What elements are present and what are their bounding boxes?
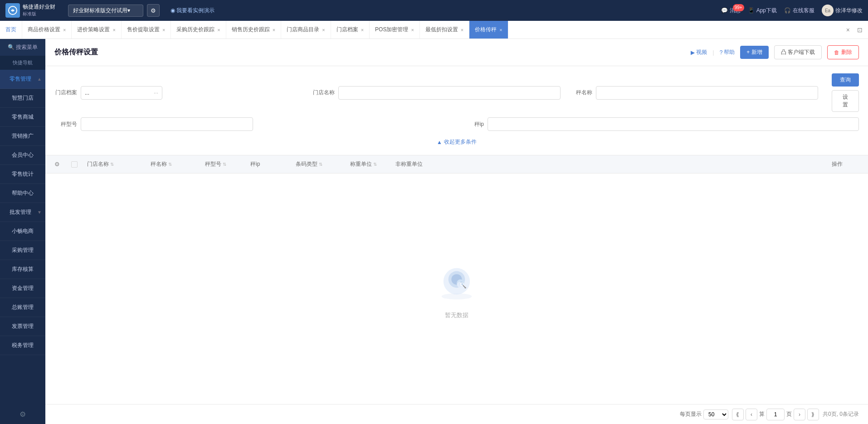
version-select[interactable]: 好业财标准版交付试用 ▾ (68, 5, 143, 17)
scale-model-input[interactable] (81, 117, 253, 131)
close-icon[interactable]: × (273, 27, 275, 33)
nav-tabs-bar: 首页 商品价格设置 × 进价策略设置 × 售价提取设置 × 采购历史价跟踪 × … (0, 21, 868, 39)
sidebar-item-help-center[interactable]: 帮助中心 (0, 184, 45, 203)
video-link[interactable]: ▶ 视频 (691, 48, 707, 56)
tab-product-price[interactable]: 商品价格设置 × (22, 21, 72, 39)
home-label: 首页 (5, 26, 16, 34)
page-number-input[interactable] (766, 409, 785, 420)
demo-link[interactable]: ◉ 我要看实例演示 (171, 7, 215, 14)
close-tab-button[interactable]: × (844, 24, 852, 35)
sidebar-item-inventory[interactable]: 库存核算 (0, 260, 45, 279)
select-all-checkbox[interactable] (71, 161, 78, 168)
chevron-up-icon: ▲ (437, 139, 442, 145)
filter-scale-model: 秤型号 (54, 117, 452, 131)
sidebar-gear-icon[interactable]: ⚙ (20, 410, 26, 419)
next-page-button[interactable]: › (794, 409, 805, 420)
page-header: 价格传秤设置 ▶ 视频 | ? 帮助 + 新增 凸 客户端下载 🗑 (45, 39, 868, 66)
th-barcode-type[interactable]: 条码类型 ⇅ (292, 160, 346, 168)
scale-ip-label: 秤ip (461, 120, 484, 128)
close-icon[interactable]: × (162, 27, 165, 33)
app-download-button[interactable]: 📱 App下载 (748, 7, 777, 14)
th-scale-model[interactable]: 秤型号 ⇅ (201, 160, 247, 168)
set-button[interactable]: 设置 (832, 90, 859, 112)
close-icon[interactable]: × (411, 27, 414, 33)
empty-illustration (434, 259, 479, 304)
sidebar-search[interactable]: 🔍 搜索菜单 (0, 39, 45, 56)
first-page-button[interactable]: ⟪ (732, 409, 744, 420)
tab-store-archive[interactable]: 门店档案 × (331, 21, 370, 39)
sidebar-item-tax[interactable]: 税务管理 (0, 336, 45, 355)
tab-min-discount[interactable]: 最低折扣设置 × (420, 21, 469, 39)
tab-sale-price[interactable]: 售价提取设置 × (122, 21, 171, 39)
sidebar-item-ecommerce[interactable]: 小畅电商 (0, 222, 45, 241)
tab-pos-encryption[interactable]: POS加密管理 × (370, 21, 420, 39)
scale-name-label: 秤名称 (570, 89, 592, 96)
client-download-button[interactable]: 凸 客户端下载 (774, 45, 822, 59)
close-icon[interactable]: × (361, 27, 364, 33)
close-icon[interactable]: × (63, 27, 66, 33)
tab-purchase-history[interactable]: 采购历史价跟踪 × (171, 21, 226, 39)
sidebar-item-smart-store[interactable]: 智慧门店 (0, 89, 45, 108)
sidebar-quick-nav[interactable]: 快捷导航 (0, 56, 45, 70)
sidebar-item-general-ledger[interactable]: 总账管理 (0, 298, 45, 317)
logo-icon (5, 3, 20, 18)
close-icon[interactable]: × (217, 27, 220, 33)
tab-purchase-strategy[interactable]: 进价策略设置 × (72, 21, 121, 39)
delete-button[interactable]: 🗑 删除 (827, 45, 859, 59)
sidebar-item-retail-mall[interactable]: 零售商城 (0, 108, 45, 127)
th-store-name[interactable]: 门店名称 ⇅ (83, 160, 147, 168)
tab-price-scale[interactable]: 价格传秤 × (469, 21, 508, 39)
logo-area: 畅捷通好业财 标准版 (5, 3, 55, 18)
settings-gear-button[interactable]: ⚙ (147, 4, 160, 17)
sidebar-item-invoice[interactable]: 发票管理 (0, 317, 45, 336)
help-link[interactable]: ? 帮助 (720, 48, 735, 56)
sidebar-item-purchase-mgmt[interactable]: 采购管理 (0, 241, 45, 260)
query-button[interactable]: 查询 (832, 73, 859, 87)
message-badge: 99+ (733, 4, 744, 11)
scale-model-label: 秤型号 (54, 120, 77, 128)
filter-row-1: 门店档案 ... ··· 门店名称 秤名称 查询 (54, 73, 859, 112)
tab-home[interactable]: 首页 (0, 21, 22, 39)
maximize-tab-button[interactable]: ⊡ (855, 24, 864, 35)
store-name-input[interactable] (338, 86, 561, 100)
sidebar-item-marketing[interactable]: 营销推广 (0, 127, 45, 146)
sidebar-item-retail-management[interactable]: 零售管理 ▲ (0, 70, 45, 89)
close-icon[interactable]: × (461, 27, 463, 33)
last-page-button[interactable]: ⟫ (807, 409, 819, 420)
store-name-label: 门店名称 (312, 89, 335, 96)
message-button[interactable]: 💬 消息 99+ (721, 7, 741, 14)
th-weight-unit[interactable]: 称重单位 ⇅ (346, 160, 392, 168)
top-bar-left: 畅捷通好业财 标准版 好业财标准版交付试用 ▾ ⚙ ◉ 我要看实例演示 (5, 3, 215, 18)
sidebar-item-finance[interactable]: 资金管理 (0, 279, 45, 298)
header-checkbox[interactable] (65, 161, 83, 168)
column-settings-icon[interactable]: ⚙ (49, 161, 65, 168)
th-scale-name[interactable]: 秤名称 ⇅ (147, 160, 201, 168)
th-action: 操作 (828, 160, 864, 168)
play-icon: ▶ (691, 49, 695, 56)
tab-store-catalog[interactable]: 门店商品目录 × (281, 21, 331, 39)
svg-point-8 (465, 287, 466, 288)
tab-sales-history[interactable]: 销售历史价跟踪 × (226, 21, 281, 39)
collapse-toggle[interactable]: ▲ 收起更多条件 (54, 136, 859, 148)
add-button[interactable]: + 新增 (740, 46, 768, 59)
sidebar-item-retail-stats[interactable]: 零售统计 (0, 165, 45, 184)
close-icon[interactable]: × (112, 27, 115, 33)
store-archive-input[interactable]: ... ··· (81, 86, 162, 100)
logo-text-area: 畅捷通好业财 标准版 (23, 4, 55, 17)
page-size-dropdown[interactable]: 50 10 20 100 (703, 410, 728, 419)
page-navigation: ⟪ ‹ 算 页 › ⟫ (732, 409, 819, 420)
close-icon[interactable]: × (322, 27, 325, 33)
scale-name-input[interactable] (596, 86, 818, 100)
prev-page-button[interactable]: ‹ (746, 409, 757, 420)
close-icon[interactable]: × (499, 27, 502, 33)
content-area: 价格传秤设置 ▶ 视频 | ? 帮助 + 新增 凸 客户端下载 🗑 (45, 39, 868, 424)
sidebar-item-wholesale[interactable]: 批发管理 ▼ (0, 203, 45, 222)
filter-area: 门店档案 ... ··· 门店名称 秤名称 查询 (45, 66, 868, 155)
filter-store-name: 门店名称 (312, 86, 561, 100)
tab-controls: × ⊡ (841, 24, 868, 35)
scale-ip-input[interactable] (488, 117, 859, 131)
sidebar-item-member-center[interactable]: 会员中心 (0, 146, 45, 165)
user-area[interactable]: Ea 徐泽华修改 (822, 5, 863, 16)
filter-scale-name: 秤名称 (570, 86, 818, 100)
online-service-button[interactable]: 🎧 在线客服 (784, 7, 814, 14)
